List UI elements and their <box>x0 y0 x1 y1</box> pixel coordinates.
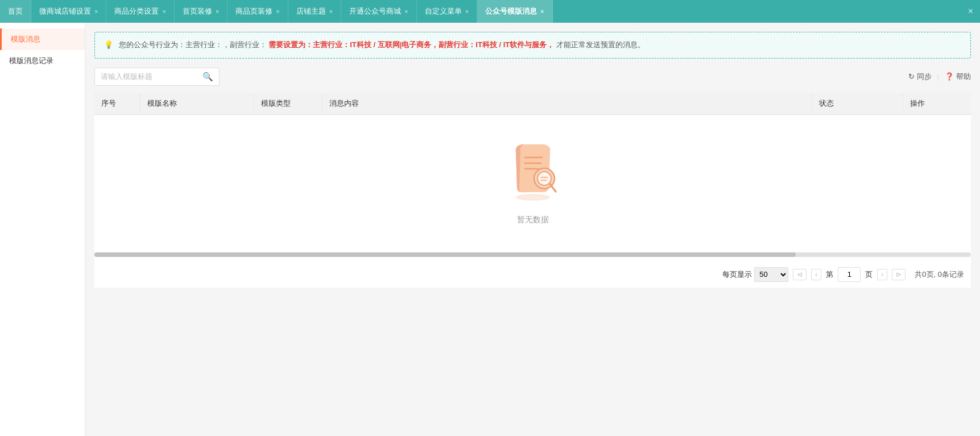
sync-icon: ↻ <box>908 72 915 81</box>
col-header-content: 消息内容 <box>322 93 812 115</box>
nav-tab-close-4[interactable]: × <box>276 8 279 15</box>
page-size-select: 每页显示 50 20 100 <box>722 267 788 282</box>
content-area: 💡 您的公众号行业为：主营行业：，副营行业： 需要设置为：主营行业：IT科技 /… <box>85 23 980 436</box>
help-label: 帮助 <box>956 72 971 82</box>
col-header-action: 操作 <box>903 93 971 115</box>
page-label: 第 <box>826 269 833 280</box>
page-unit: 页 <box>865 269 873 280</box>
empty-state: 暂无数据 <box>94 115 971 248</box>
notice-prefix: 您的公众号行业为：主营行业：，副营行业： <box>119 40 267 49</box>
main-layout: 模版消息模版消息记录 💡 您的公众号行业为：主营行业：，副营行业： 需要设置为：… <box>0 23 980 436</box>
help-icon: ❓ <box>945 72 954 81</box>
top-nav: 首页微商城店铺设置×商品分类设置×首页装修×商品页装修×店铺主题×开通公众号商城… <box>0 0 980 23</box>
nav-tab-close-5[interactable]: × <box>329 8 333 15</box>
nav-tab-0[interactable]: 首页 <box>0 0 31 23</box>
notice-suffix: 才能正常发送预置的消息。 <box>556 40 645 49</box>
next-page-button[interactable]: › <box>877 269 887 280</box>
nav-tab-7[interactable]: 自定义菜单× <box>417 0 477 23</box>
sidebar-item-0[interactable]: 模版消息 <box>0 28 85 50</box>
total-info: 共0页, 0条记录 <box>915 269 964 280</box>
nav-tab-close-7[interactable]: × <box>465 8 469 15</box>
divider: | <box>937 72 939 81</box>
toolbar-right: ↻ 同步 | ❓ 帮助 <box>908 72 971 82</box>
col-header-status: 状态 <box>812 93 903 115</box>
search-input[interactable] <box>94 68 220 86</box>
col-header-serial: 序号 <box>94 93 140 115</box>
nav-tab-close-8[interactable]: × <box>540 8 544 15</box>
last-page-button[interactable]: ⊳ <box>892 269 905 280</box>
sidebar-item-1[interactable]: 模版消息记录 <box>0 50 85 72</box>
notice-box: 💡 您的公众号行业为：主营行业：，副营行业： 需要设置为：主营行业：IT科技 /… <box>94 32 971 59</box>
table-wrapper: 序号 模版名称 模版类型 消息内容 状态 操作 <box>94 93 971 288</box>
col-header-type: 模版类型 <box>254 93 322 115</box>
pagination: 每页显示 50 20 100 ⊲ ‹ 第 页 › ⊳ 共0页, 0条记录 <box>94 261 971 288</box>
nav-tab-close-2[interactable]: × <box>162 8 166 15</box>
col-header-name: 模版名称 <box>140 93 254 115</box>
scrollbar-thumb[interactable] <box>94 252 796 257</box>
nav-tab-1[interactable]: 微商城店铺设置× <box>31 0 106 23</box>
svg-point-0 <box>516 194 550 201</box>
notice-highlight: 需要设置为：主营行业：IT科技 / 互联网|电子商务，副营行业：IT科技 / I… <box>268 40 554 49</box>
page-number-input[interactable] <box>838 267 861 282</box>
sync-label: 同步 <box>917 72 932 82</box>
close-all-button[interactable]: × <box>961 6 980 16</box>
per-page-label: 每页显示 <box>722 269 752 280</box>
scrollbar-track[interactable] <box>94 252 971 257</box>
nav-tab-2[interactable]: 商品分类设置× <box>106 0 174 23</box>
per-page-select[interactable]: 50 20 100 <box>754 267 788 282</box>
nav-tab-3[interactable]: 首页装修× <box>175 0 228 23</box>
sidebar: 模版消息模版消息记录 <box>0 23 85 436</box>
notice-icon: 💡 <box>104 40 113 49</box>
nav-tab-4[interactable]: 商品页装修× <box>228 0 288 23</box>
nav-tab-close-3[interactable]: × <box>216 8 219 15</box>
empty-icon <box>499 138 567 206</box>
svg-point-5 <box>537 172 551 185</box>
search-bar: 🔍 ↻ 同步 | ❓ 帮助 <box>94 68 971 86</box>
search-button[interactable]: 🔍 <box>202 72 213 82</box>
empty-text: 暂无数据 <box>517 215 549 225</box>
nav-tab-8[interactable]: 公众号模版消息× <box>477 0 552 23</box>
nav-tab-close-6[interactable]: × <box>404 8 408 15</box>
sync-button[interactable]: ↻ 同步 <box>908 72 932 82</box>
nav-tab-close-1[interactable]: × <box>94 8 98 15</box>
help-button[interactable]: ❓ 帮助 <box>945 72 971 82</box>
prev-page-button[interactable]: ‹ <box>811 269 821 280</box>
data-table: 序号 模版名称 模版类型 消息内容 状态 操作 <box>94 93 971 115</box>
table-header-row: 序号 模版名称 模版类型 消息内容 状态 操作 <box>94 93 971 115</box>
first-page-button[interactable]: ⊲ <box>793 269 807 280</box>
nav-tab-6[interactable]: 开通公众号商城× <box>341 0 416 23</box>
nav-tab-5[interactable]: 店铺主题× <box>288 0 341 23</box>
